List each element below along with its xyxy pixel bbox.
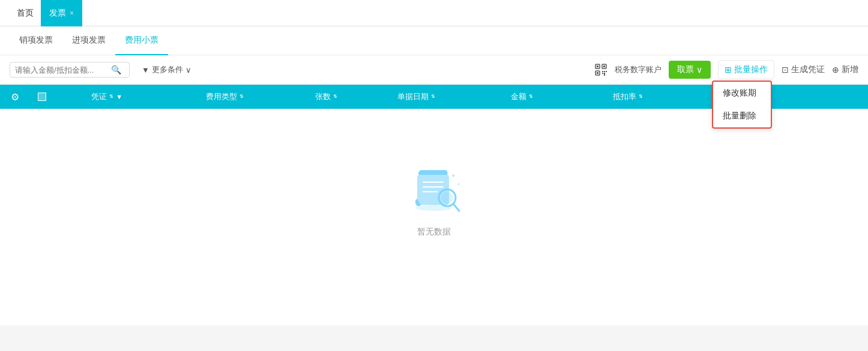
gen-voucher-icon: ⊡ <box>782 65 789 75</box>
svg-line-17 <box>453 204 459 211</box>
empty-text: 暂无数据 <box>417 227 451 237</box>
th-extra <box>810 85 868 109</box>
dropdown-menu: 修改账期 批量删除 <box>712 81 772 129</box>
tab-sales[interactable]: 销项发票 <box>10 26 62 55</box>
add-button[interactable]: ⊕ 新增 <box>832 64 858 75</box>
tab-purchase-label: 进项发票 <box>72 35 106 46</box>
batch-op-label: 批量操作 <box>734 64 768 75</box>
sort-voucher-icon[interactable]: ⇅ <box>109 94 113 99</box>
sort-deduct-rate-icon[interactable]: ⇅ <box>639 94 643 99</box>
svg-rect-6 <box>602 71 603 72</box>
dropdown-item-batch-delete[interactable]: 批量删除 <box>713 105 771 127</box>
add-label: 新增 <box>842 64 858 75</box>
th-checkbox[interactable] <box>30 85 54 109</box>
svg-rect-4 <box>603 66 605 67</box>
svg-point-16 <box>441 192 453 204</box>
sort-count-icon[interactable]: ⇅ <box>333 94 337 99</box>
take-ticket-chevron: ∨ <box>696 65 702 75</box>
batch-op-button[interactable]: ⊞ 批量操作 <box>718 60 774 79</box>
top-nav: 首页 发票 × <box>0 0 868 26</box>
th-expense-type: 费用类型 ⇅ <box>160 85 289 109</box>
gen-voucher-button[interactable]: ⊡ 生成凭证 <box>782 64 825 75</box>
select-all-checkbox[interactable] <box>38 93 46 101</box>
sort-date-icon[interactable]: ⇅ <box>431 94 435 99</box>
tax-account-label: 税务数字账户 <box>615 65 662 74</box>
th-settings: ⚙ <box>0 85 30 109</box>
batch-op-icon: ⊞ <box>725 65 732 75</box>
tax-account-button[interactable]: 税务数字账户 <box>615 64 662 75</box>
invoice-tab-label: 发票 <box>49 8 66 19</box>
search-wrap: 🔍 <box>10 62 130 78</box>
home-link[interactable]: 首页 <box>10 8 41 19</box>
invoice-tab[interactable]: 发票 × <box>41 0 82 26</box>
filter-icon: ▼ <box>142 66 149 75</box>
gen-voucher-label: 生成凭证 <box>791 64 825 75</box>
filter-button[interactable]: ▼ 更多条件 ∨ <box>137 62 196 78</box>
svg-rect-7 <box>604 71 605 72</box>
toolbar: 销项发票 进项发票 费用小票 <box>0 26 868 55</box>
action-bar: 🔍 ▼ 更多条件 ∨ 税务数字账户 <box>0 55 868 85</box>
sort-amount-icon[interactable]: ⇅ <box>529 94 533 99</box>
svg-rect-9 <box>604 73 605 76</box>
tab-sales-label: 销项发票 <box>19 35 53 46</box>
svg-rect-5 <box>597 72 598 74</box>
svg-text:✦: ✦ <box>451 172 456 179</box>
filter-chevron-icon: ∨ <box>185 66 191 75</box>
svg-rect-10 <box>606 71 607 72</box>
empty-illustration: ✦ ✦ <box>404 157 464 217</box>
search-input[interactable] <box>15 66 111 75</box>
svg-rect-8 <box>602 73 603 74</box>
empty-state: ✦ ✦ 暂无数据 <box>0 109 868 285</box>
right-actions: 税务数字账户 取票 ∨ ⊞ 批量操作 ⊡ 生成凭证 ⊕ 新增 <box>594 60 858 79</box>
th-count: 张数 ⇅ <box>289 85 363 109</box>
tab-purchase[interactable]: 进项发票 <box>62 26 115 55</box>
svg-rect-3 <box>597 66 598 67</box>
take-ticket-label: 取票 <box>677 64 694 75</box>
filter-voucher-icon[interactable]: ▼ <box>116 93 122 100</box>
take-ticket-button[interactable]: 取票 ∨ <box>669 61 711 79</box>
th-amount: 金额 ⇅ <box>469 85 574 109</box>
tab-expense[interactable]: 费用小票 <box>115 26 168 55</box>
close-icon[interactable]: × <box>70 9 74 17</box>
th-date: 单据日期 ⇅ <box>363 85 469 109</box>
settings-icon[interactable]: ⚙ <box>11 91 19 103</box>
filter-label: 更多条件 <box>152 64 183 75</box>
qr-icon-button[interactable] <box>594 63 607 76</box>
th-deduct-rate: 抵扣率 ⇅ <box>575 85 681 109</box>
search-icon[interactable]: 🔍 <box>111 65 121 75</box>
sort-expense-type-icon[interactable]: ⇅ <box>240 94 244 99</box>
dropdown-item-modify-period[interactable]: 修改账期 <box>713 82 771 105</box>
svg-text:✦: ✦ <box>457 182 460 186</box>
th-voucher: 凭证 ⇅ ▼ <box>54 85 160 109</box>
add-icon: ⊕ <box>832 65 839 75</box>
tab-expense-label: 费用小票 <box>125 35 158 46</box>
